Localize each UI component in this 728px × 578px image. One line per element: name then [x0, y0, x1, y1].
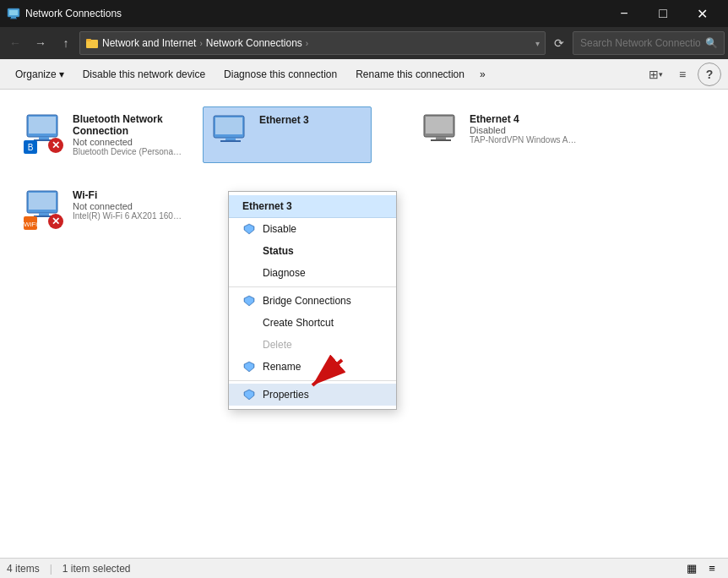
minimize-button[interactable]: − [605, 0, 644, 27]
svg-text:WiFi: WiFi [24, 221, 37, 228]
disable-network-button[interactable]: Disable this network device [74, 63, 214, 86]
title-bar: Network Connections − □ ✕ [0, 0, 728, 27]
ethernet4-detail: TAP-NordVPN Windows Adapter ... [470, 135, 579, 144]
status-icon-spacer [242, 244, 256, 258]
change-view-button[interactable]: ⊞ ▾ [644, 63, 667, 86]
svg-rect-1 [9, 10, 18, 15]
status-bar: 4 items | 1 item selected ▦ ≡ [0, 558, 728, 578]
wifi-disabled-icon: ✕ [47, 213, 64, 230]
svg-text:✕: ✕ [52, 215, 60, 227]
ethernet4-monitor-icon [421, 113, 461, 147]
help-button[interactable]: ? [698, 63, 721, 86]
ethernet3-info: Ethernet 3 [259, 114, 364, 126]
toolbar-right: ⊞ ▾ ≡ ? [644, 63, 721, 86]
ethernet4-status: Disabled [470, 125, 579, 135]
breadcrumb: Network and Internet › Network Connectio… [102, 37, 532, 49]
svg-rect-27 [426, 117, 453, 134]
wifi-info: Wi-Fi Not connected Intel(R) Wi-Fi 6 AX2… [73, 189, 182, 221]
status-sep: | [50, 563, 52, 575]
wifi-badge-icon: WiFi [24, 216, 37, 230]
view-pane-icon: ≡ [679, 68, 686, 81]
context-menu-bridge[interactable]: Bridge Connections [229, 290, 396, 312]
maximize-button[interactable]: □ [644, 0, 682, 27]
svg-text:B: B [28, 143, 34, 152]
ethernet3-monitor-icon [210, 114, 251, 148]
svg-text:✕: ✕ [52, 139, 60, 151]
ethernet3-icon-wrap [210, 114, 251, 155]
toolbar: Organize ▾ Disable this network device D… [0, 59, 728, 90]
disable-label: Disable this network device [83, 68, 205, 80]
delete-icon-spacer [242, 338, 256, 352]
svg-rect-15 [215, 117, 242, 134]
breadcrumb-sep1: › [199, 39, 202, 48]
diagnose-label: Diagnose [263, 267, 306, 279]
svg-rect-7 [29, 117, 56, 134]
up-button[interactable]: ↑ [54, 31, 78, 55]
disable-icon [242, 222, 256, 236]
address-input[interactable]: Network and Internet › Network Connectio… [79, 31, 546, 55]
network-item-bluetooth[interactable]: ✕ B Bluetooth Network Connection Not con… [17, 106, 186, 163]
bluetooth-name: Bluetooth Network Connection [73, 113, 182, 137]
refresh-button[interactable]: ⟳ [547, 31, 571, 55]
red-arrow [296, 352, 346, 394]
search-wrap: 🔍 [573, 31, 725, 55]
disabled-icon: ✕ [47, 137, 64, 154]
organize-button[interactable]: Organize ▾ [7, 63, 73, 86]
ethernet3-name: Ethernet 3 [259, 114, 364, 126]
app-icon [7, 7, 20, 20]
bridge-icon [242, 294, 256, 308]
wifi-detail: Intel(R) Wi-Fi 6 AX201 160MHz [73, 211, 182, 221]
folder-icon [85, 36, 99, 50]
diagnose-button[interactable]: Diagnose this connection [215, 63, 345, 86]
rename-button[interactable]: Rename this connection [347, 63, 473, 86]
back-button[interactable]: ← [3, 31, 27, 55]
shortcut-label: Create Shortcut [263, 317, 334, 329]
rename-label: Rename this connection [356, 68, 465, 80]
context-menu-status[interactable]: Status [229, 240, 396, 262]
search-input[interactable] [573, 31, 725, 55]
context-menu-shortcut[interactable]: Create Shortcut [229, 312, 396, 334]
selected-count: 1 item selected [62, 563, 131, 575]
window-title: Network Connections [25, 8, 605, 19]
item-count: 4 items [7, 563, 40, 575]
rename-shield-icon [242, 360, 256, 374]
status-right-buttons: ▦ ≡ [682, 560, 721, 577]
ethernet4-name: Ethernet 4 [470, 113, 579, 125]
bluetooth-icon-wrap: ✕ B [24, 113, 64, 154]
content-area: ✕ B Bluetooth Network Connection Not con… [0, 90, 728, 558]
address-bar: ← → ↑ Network and Internet › Network Con… [0, 27, 728, 59]
more-options-button[interactable]: » [475, 63, 491, 86]
view-pane-button[interactable]: ≡ [671, 63, 694, 86]
bluetooth-status: Not connected [73, 137, 182, 147]
status-view-list-button[interactable]: ≡ [703, 560, 721, 577]
status-label: Status [263, 245, 294, 257]
bluetooth-detail: Bluetooth Device (Personal Area ... [73, 147, 182, 156]
organize-label: Organize [15, 68, 57, 80]
ethernet4-info: Ethernet 4 Disabled TAP-NordVPN Windows … [470, 113, 579, 144]
svg-rect-3 [10, 19, 17, 19]
svg-rect-19 [29, 193, 56, 210]
bluetooth-info: Bluetooth Network Connection Not connect… [73, 113, 182, 156]
diagnose-icon-spacer [242, 266, 256, 280]
network-item-ethernet4[interactable]: Ethernet 4 Disabled TAP-NordVPN Windows … [414, 106, 583, 161]
address-chevron[interactable]: ▾ [535, 39, 540, 48]
svg-line-39 [312, 360, 342, 385]
breadcrumb-sep2: › [306, 39, 308, 48]
view-grid-icon: ⊞ [649, 68, 659, 81]
forward-button[interactable]: → [29, 31, 52, 55]
close-button[interactable]: ✕ [682, 0, 721, 27]
organize-chevron: ▾ [59, 68, 64, 80]
breadcrumb-segment2: Network Connections [206, 37, 302, 49]
search-icon: 🔍 [705, 37, 718, 49]
context-menu-header: Ethernet 3 [229, 195, 396, 218]
delete-label: Delete [263, 339, 292, 351]
status-view-grid-button[interactable]: ▦ [682, 560, 701, 577]
context-menu-diagnose[interactable]: Diagnose [229, 262, 396, 284]
properties-shield-icon [242, 388, 256, 401]
network-item-ethernet3[interactable]: Ethernet 3 [203, 106, 372, 163]
context-menu-sep1 [229, 286, 396, 287]
context-menu-disable[interactable]: Disable [229, 218, 396, 240]
bridge-label: Bridge Connections [263, 295, 351, 307]
network-item-wifi[interactable]: ✕ WiFi Wi-Fi Not connected Intel(R) Wi-F… [17, 183, 186, 237]
svg-rect-5 [86, 39, 91, 41]
